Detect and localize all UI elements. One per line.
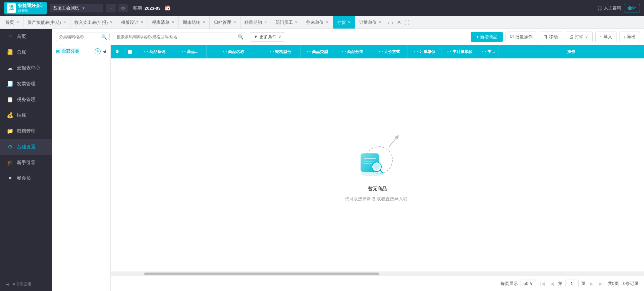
member-icon: ♥ — [7, 175, 13, 181]
horizontal-scrollbar[interactable] — [111, 272, 644, 276]
tab-close-income[interactable]: ✕ — [110, 20, 113, 25]
th-barcode[interactable]: ▲▼ 商品条码 — [136, 45, 173, 58]
page-first-button[interactable]: |◀ — [539, 280, 546, 287]
tab-expand-button[interactable]: ⛶ — [403, 20, 411, 25]
tab-scroll-left-button[interactable]: ‹ — [386, 20, 390, 25]
tab-balance[interactable]: 资产负债表(中期) ✕ — [23, 16, 70, 29]
account-badge[interactable]: 会计 — [624, 4, 640, 12]
settings-icon: ⚙ — [7, 144, 13, 150]
tab-period-carry[interactable]: 期末结转 ✕ — [179, 16, 210, 29]
edit-categories-icon[interactable]: ✎ — [95, 48, 101, 54]
export-icon: ↓ — [624, 34, 626, 39]
human-service-button[interactable]: 🎧 人工咨询 — [597, 5, 621, 11]
filter-button[interactable]: ▼ 更多条件 ∨ — [250, 32, 285, 42]
scrollbar-thumb[interactable] — [144, 273, 379, 275]
settings-button[interactable]: ⚙ — [118, 4, 128, 12]
sidebar-item-cloud-report[interactable]: ☁ 云报表中心 — [0, 60, 52, 76]
tab-close-archive[interactable]: ✕ — [233, 20, 236, 25]
sidebar-item-tax[interactable]: 📋 税务管理 — [0, 92, 52, 107]
total-label: 共0页，0条记录 — [608, 281, 639, 287]
tab-close-all-button[interactable]: ✕ — [395, 19, 403, 26]
tab-home[interactable]: 首页 ✕ — [1, 16, 23, 29]
th-unit[interactable]: ▲▼ 计量单位 — [408, 45, 441, 58]
move-button[interactable]: ⇅ 移动 — [540, 32, 562, 42]
category-search-icon[interactable]: 🔍 — [101, 34, 107, 40]
th-col3[interactable]: ▲▼ 主... — [478, 45, 498, 58]
select-all-checkbox[interactable] — [128, 50, 132, 54]
th-price-method[interactable]: ▲▼ 计价方式 — [371, 45, 408, 58]
page-next-button[interactable]: ▶ — [588, 280, 595, 287]
th-main-unit[interactable]: ▲▼ 主计量单位 — [441, 45, 478, 58]
sort-arrows-name: ▲▼ — [222, 50, 228, 53]
product-search-icon[interactable]: 🔍 — [238, 34, 244, 40]
th-type[interactable]: ▲▼ 商品类型 — [301, 45, 334, 58]
tab-archive[interactable]: 归档管理 ✕ — [210, 16, 240, 29]
th-category[interactable]: ▲▼ 商品分类 — [334, 45, 371, 58]
sidebar-item-member[interactable]: ♥ 畅会员 — [0, 171, 52, 186]
sidebar: ⌂ 首页 📒 总账 ☁ 云报表中心 🧾 发票管理 📋 税务管理 💰 结账 📁 归… — [0, 29, 52, 291]
tab-close-unit[interactable]: ✕ — [379, 20, 382, 25]
sidebar-item-ledger[interactable]: 📒 总账 — [0, 44, 52, 60]
all-categories-item[interactable]: ⊞ 全部分类 — [56, 48, 79, 54]
import-button[interactable]: ↑ 导入 — [595, 32, 616, 42]
ledger-icon: 📒 — [7, 49, 13, 55]
tab-contacts[interactable]: 往来单位 ✕ — [302, 16, 333, 29]
page-last-button[interactable]: ▶| — [597, 280, 605, 287]
collapse-panel-icon[interactable]: ◀ — [103, 49, 106, 54]
tab-close-contacts[interactable]: ✕ — [326, 20, 329, 25]
tab-close-template[interactable]: ✕ — [141, 20, 144, 25]
sidebar-item-archive[interactable]: 📁 归档管理 — [0, 123, 52, 139]
product-search-input[interactable] — [117, 35, 236, 39]
batch-ops-button[interactable]: ☑ 批量操作 — [505, 32, 537, 42]
add-tab-button[interactable]: ＋ — [106, 4, 116, 12]
th-code[interactable]: ▲▼ 商品... — [173, 45, 207, 58]
sidebar-item-close-account[interactable]: 💰 结账 — [0, 107, 52, 123]
pagination-bar: 每页显示 50 ∨ |◀ ◀ 第 页 ▶ ▶| 共0页，0条记录 — [111, 276, 644, 291]
th-spec[interactable]: ▲▼ 规格型号 — [260, 45, 301, 58]
per-page-label: 每页显示 — [500, 281, 518, 287]
per-page-value: 50 — [524, 281, 528, 286]
calendar-icon[interactable]: 📅 — [165, 5, 170, 11]
tab-dept[interactable]: 部门员工 ✕ — [271, 16, 302, 29]
tab-close-tax-list[interactable]: ✕ — [171, 20, 174, 25]
tab-subject-init[interactable]: 科目期初 ✕ — [240, 16, 271, 29]
app-logo[interactable]: 通 畅捷通好会计 旗舰版 — [4, 2, 47, 14]
tab-unit[interactable]: 计量单位 ✕ — [355, 16, 386, 29]
tab-close-home[interactable]: ✕ — [16, 20, 19, 25]
sidebar-item-guide[interactable]: 🎓 新手引导 — [0, 155, 52, 171]
sidebar-item-invoice[interactable]: 🧾 发票管理 — [0, 76, 52, 92]
th-name[interactable]: ▲▼ 商品名称 — [207, 45, 260, 58]
company-selector[interactable]: 基层工会测试 ▼ — [50, 4, 103, 12]
print-button[interactable]: 🖨 打印 ∨ — [565, 32, 593, 42]
archive-icon: 📁 — [7, 128, 13, 134]
app-logo-text: 畅捷通好会计 — [18, 3, 44, 8]
home-icon: ⌂ — [7, 34, 13, 40]
add-product-button[interactable]: + 新增商品 — [471, 32, 503, 42]
sidebar-item-basic-settings[interactable]: ⚙ 基础设置 — [0, 139, 52, 155]
tab-close-period[interactable]: ✕ — [202, 20, 205, 25]
page-number-input[interactable] — [565, 280, 579, 287]
svg-point-8 — [374, 164, 380, 170]
th-checkbox[interactable] — [124, 45, 136, 58]
tab-close-inventory[interactable]: ✕ — [348, 20, 351, 25]
sidebar-item-home[interactable]: ⌂ 首页 — [0, 29, 52, 44]
toolbar-row: 🔍 🔍 ▼ 更多条件 ∨ + 新增商品 — [52, 29, 644, 45]
page-prev-button[interactable]: ◀ — [549, 280, 555, 287]
app-logo-icon: 通 — [7, 3, 16, 13]
period-value: 2023-03 — [145, 6, 161, 11]
tab-inventory[interactable]: 存货 ✕ — [333, 16, 355, 29]
th-settings[interactable]: ⚙ — [111, 45, 124, 58]
export-button[interactable]: ↓ 导出 — [619, 32, 640, 42]
tab-template[interactable]: 模版设计 ✕ — [117, 16, 148, 29]
tab-close-subject[interactable]: ✕ — [264, 20, 267, 25]
tab-income[interactable]: 收入支出表(年报) ✕ — [70, 16, 117, 29]
close-account-icon: 💰 — [7, 112, 13, 118]
tab-close-balance[interactable]: ✕ — [63, 20, 66, 25]
tab-scroll-right-button[interactable]: › — [390, 20, 395, 25]
empty-subtitle: 您可以选择新增,或者直接导入哦~ — [345, 196, 410, 202]
sidebar-collapse-button[interactable]: ◄ ◄取消固定 — [0, 277, 52, 291]
per-page-select[interactable]: 50 ∨ — [521, 280, 536, 287]
tab-tax-list[interactable]: 税表清单 ✕ — [148, 16, 179, 29]
category-search-input[interactable] — [59, 35, 99, 39]
tab-close-dept[interactable]: ✕ — [295, 20, 298, 25]
